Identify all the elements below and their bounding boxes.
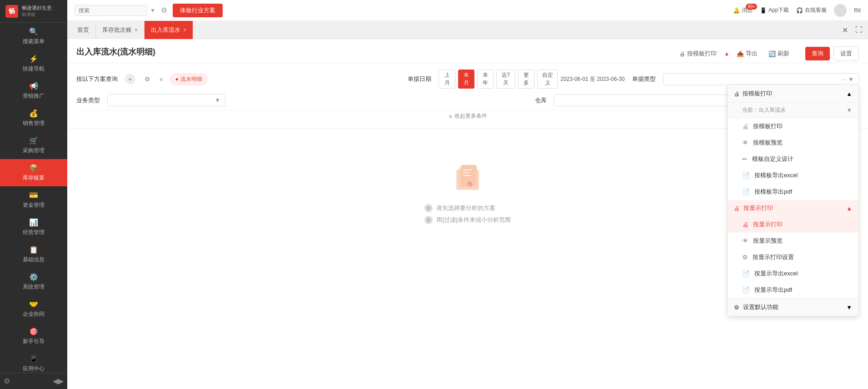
display-excel-icon: 📄 (742, 270, 750, 277)
sidebar-bottom: ⚙ ◀▶ (0, 373, 67, 389)
page-header: 出入库流水(流水明细) 🖨 按模板打印 ▲ 📤 导出 🔄 刷新 ··· 查询 设… (67, 39, 868, 63)
main-content: ▼ ⚙ 体验行业方案 🔔 消息 99+ 📱 App下载 🎧 在线客服 Rit (67, 0, 868, 389)
sidebar-item-marketing[interactable]: 📢 营销推广 (0, 77, 67, 105)
dropdown-item-display-pdf[interactable]: 📄 按显示导出pdf (728, 282, 858, 298)
refresh-button[interactable]: 🔄 刷新 (765, 48, 793, 60)
topbar: ▼ ⚙ 体验行业方案 🔔 消息 99+ 📱 App下载 🎧 在线客服 Rit (67, 0, 868, 21)
section-collapse-icon[interactable]: ▲ (846, 205, 852, 212)
template-preview-icon: 👁 (742, 139, 748, 146)
dropdown-item-template-excel[interactable]: 📄 按模板导出excel (728, 167, 858, 184)
dropdown-section-display[interactable]: 🖨 按显示打印 ▲ (728, 200, 858, 216)
display-settings-icon: ⚙ (742, 254, 748, 261)
type-select[interactable]: ··· ▼ (663, 73, 859, 85)
biz-type-arrow: ▼ (215, 97, 220, 104)
date-btn-custom[interactable]: 自定义 (537, 70, 558, 89)
date-btn-more[interactable]: 更多 (518, 70, 534, 89)
tabbar-maximize-button[interactable]: ⛶ (853, 24, 864, 36)
dropdown-footer[interactable]: ⚙ 设置默认功能 ▼ (728, 298, 858, 316)
sidebar-settings-icon[interactable]: ⚙ (4, 377, 10, 385)
dropdown-item-template-print[interactable]: 🖨 按模板打印 (728, 118, 858, 135)
print-dropdown-chevron[interactable]: ▲ (724, 50, 729, 57)
type-label: 单据类型 (632, 75, 656, 83)
dropdown-item-display-settings[interactable]: ⚙ 按显示打印设置 (728, 249, 858, 265)
dropdown-item-template-preview[interactable]: 👁 按模板预览 (728, 135, 858, 151)
dropdown-up-chevron[interactable]: ▲ (846, 90, 852, 97)
date-btn-this-year[interactable]: 本年 (477, 70, 494, 89)
topbar-search-chevron[interactable]: ▼ (150, 7, 155, 14)
biz-type-select[interactable]: ▼ (107, 94, 225, 106)
topbar-app-download[interactable]: 📱 App下载 (760, 6, 789, 14)
sidebar-item-search[interactable]: 🔍 搜索菜单 (0, 23, 67, 50)
settings-button[interactable]: 设置 (833, 46, 859, 61)
empty-step-1: ① 请先选择要分析的方案 (424, 204, 510, 212)
date-btn-this-month[interactable]: 本月 (458, 70, 474, 89)
topbar-industry-button[interactable]: 体验行业方案 (173, 4, 223, 17)
purchase-icon: 🛒 (29, 136, 38, 145)
dropdown-item-display-preview[interactable]: 👁 按显示预览 (728, 233, 858, 249)
sidebar-item-finance[interactable]: 💳 资金管理 (0, 186, 67, 214)
warehouse-label: 仓库 (535, 96, 547, 105)
user-avatar[interactable] (834, 4, 847, 17)
topbar-search-input[interactable] (75, 5, 147, 16)
search-icon: 🔍 (29, 27, 38, 36)
dropdown-item-template-custom[interactable]: ✏ 模板自定义设计 (728, 151, 858, 167)
print-header-icon: 🖨 (734, 90, 740, 97)
dropdown-item-display-excel[interactable]: 📄 按显示导出excel (728, 265, 858, 282)
filter-add-button[interactable]: + (125, 74, 135, 84)
date-label: 单据日期 (408, 75, 431, 83)
topbar-message[interactable]: 🔔 消息 99+ (733, 6, 753, 14)
active-filter-tag[interactable]: ● 流水明细 (170, 74, 207, 85)
date-btn-last-month[interactable]: 上月 (439, 70, 455, 89)
tab-batch-close[interactable]: × (135, 27, 138, 33)
sidebar-logo: 畅 畅捷通好生意 标准版 (0, 0, 67, 23)
username-label[interactable]: Rit (854, 7, 861, 14)
operation-icon: 📊 (29, 218, 38, 227)
footer-label: ⚙ 设置默认功能 (734, 303, 778, 311)
footer-arrow[interactable]: ▼ (846, 304, 852, 311)
tab-flow-close[interactable]: × (183, 27, 186, 33)
type-select-arrow: ··· (841, 76, 846, 83)
sidebar-item-purchase[interactable]: 🛒 采购管理 (0, 132, 67, 159)
topbar-gear-icon[interactable]: ⚙ (161, 6, 167, 15)
sidebar: 畅 畅捷通好生意 标准版 🔍 搜索菜单 ⚡ 快捷导航 📢 营销推广 💰 销售管理… (0, 0, 67, 389)
export-button[interactable]: 📤 导出 (733, 48, 761, 60)
type-dropdown-icon: ▼ (848, 76, 854, 83)
sidebar-nav: 🔍 搜索菜单 ⚡ 快捷导航 📢 营销推广 💰 销售管理 🛒 采购管理 📦 库存核… (0, 23, 67, 373)
sidebar-item-sales[interactable]: 💰 销售管理 (0, 105, 67, 132)
sales-icon: 💰 (29, 109, 38, 118)
page-toolbar: 🖨 按模板打印 ▲ 📤 导出 🔄 刷新 ··· 查询 设置 (676, 46, 859, 61)
tab-flow[interactable]: 出入库流水 × (145, 21, 193, 39)
sidebar-item-operation[interactable]: 📊 经营管理 (0, 214, 67, 241)
system-icon: ⚙️ (29, 273, 38, 281)
footer-settings-icon: ⚙ (734, 304, 739, 311)
dropdown-item-display-print[interactable]: 🖨 按显示打印 (728, 216, 858, 233)
sidebar-item-inventory[interactable]: 📦 库存核算 (0, 159, 67, 186)
tab-home[interactable]: 首页 (71, 21, 96, 39)
query-button[interactable]: 查询 (805, 47, 830, 60)
display-print-icon: 🖨 (742, 221, 748, 228)
topbar-online-service[interactable]: 🎧 在线客服 (796, 6, 827, 14)
filter-gear-button[interactable]: ⚙ (142, 74, 152, 84)
filter-collapse-arrow[interactable]: « (160, 75, 163, 83)
phone-icon: 📱 (760, 7, 767, 14)
app-name: 畅捷通好生意 标准版 (22, 5, 52, 18)
sidebar-item-shortcut[interactable]: ⚡ 快捷导航 (0, 50, 67, 77)
sidebar-item-collab[interactable]: 🤝 企业协同 (0, 295, 67, 323)
print-button[interactable]: 🖨 按模板打印 (676, 48, 720, 60)
inventory-icon: 📦 (29, 164, 38, 172)
sidebar-item-basic[interactable]: 📋 基础信息 (0, 241, 67, 268)
current-arrow[interactable]: ▼ (846, 107, 852, 114)
message-bell-icon: 🔔 (733, 7, 740, 14)
tabbar-close-all-button[interactable]: ✕ (840, 24, 850, 36)
sidebar-item-appcenter[interactable]: 📱 应用中心 (0, 350, 67, 373)
sidebar-item-system[interactable]: ⚙️ 系统管理 (0, 268, 67, 295)
dropdown-item-template-pdf[interactable]: 📄 按模板导出pdf (728, 184, 858, 200)
message-badge: 99+ (746, 4, 757, 10)
sidebar-item-guide[interactable]: 🎯 新手引导 (0, 323, 67, 350)
dropdown-header-icons: ▲ (846, 90, 852, 97)
tab-batch[interactable]: 库存批次账 × (96, 21, 145, 39)
sidebar-toggle-icon[interactable]: ◀▶ (53, 377, 64, 385)
shortcut-icon: ⚡ (29, 55, 38, 63)
topbar-right: 🔔 消息 99+ 📱 App下载 🎧 在线客服 Rit (733, 4, 861, 17)
date-btn-7days[interactable]: 近7天 (496, 70, 515, 89)
